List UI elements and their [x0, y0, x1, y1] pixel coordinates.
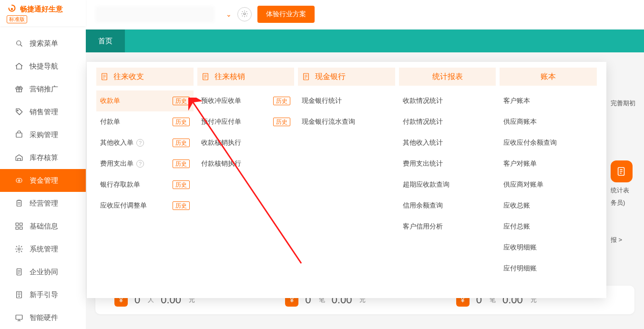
- svg-rect-11: [20, 227, 22, 229]
- mega-item[interactable]: 付款核销执行: [197, 153, 295, 174]
- mega-item[interactable]: 现金银行统计: [298, 90, 395, 111]
- mega-item[interactable]: 费用支出统计: [399, 153, 496, 174]
- logo-area: 畅捷通好生意 标准版: [0, 0, 86, 26]
- mega-item[interactable]: 供应商对账单: [500, 174, 597, 195]
- gear-icon: [14, 244, 24, 254]
- svg-rect-8: [16, 223, 18, 225]
- mega-item-label: 应收应付余额查询: [503, 139, 557, 147]
- mega-item-label: 应收总账: [503, 201, 530, 210]
- sidebar-item-guide[interactable]: 新手引导: [0, 283, 86, 306]
- document-icon: [100, 72, 109, 81]
- logo-icon: [7, 4, 17, 14]
- help-icon[interactable]: ?: [136, 160, 144, 168]
- mega-item-label: 收款单: [100, 97, 120, 105]
- mega-item-label: 现金银行统计: [302, 97, 342, 105]
- sidebar-item-collab[interactable]: 企业协同: [0, 260, 86, 283]
- mega-item[interactable]: 收款单历史: [96, 90, 194, 111]
- mega-item[interactable]: 付款情况统计: [399, 111, 496, 132]
- mega-item[interactable]: 应付明细账: [500, 258, 597, 279]
- mega-item-label: 付款情况统计: [403, 118, 443, 126]
- quick-action-icon[interactable]: [611, 160, 633, 182]
- mega-item-label: 客户账本: [503, 97, 530, 105]
- mega-item[interactable]: 应收总账: [500, 195, 597, 216]
- mega-column-header: 统计报表: [399, 68, 496, 86]
- history-tag[interactable]: 历史: [273, 97, 290, 105]
- history-tag[interactable]: 历史: [273, 118, 290, 126]
- sidebar-item-label: 资金管理: [30, 176, 58, 185]
- gear-icon: [241, 10, 248, 19]
- mega-column: 统计报表收款情况统计付款情况统计其他收入统计费用支出统计超期应收款查询信用余额查…: [399, 68, 496, 279]
- mega-item[interactable]: 收款情况统计: [399, 90, 496, 111]
- sidebar-item-business[interactable]: 经营管理: [0, 192, 86, 215]
- mega-item-label: 客户信用分析: [403, 222, 443, 231]
- mega-item[interactable]: 收款核销执行: [197, 132, 295, 153]
- sidebar-item-sales[interactable]: 销售管理: [0, 100, 86, 123]
- logo-edition: 标准版: [7, 15, 27, 23]
- mega-column: 往来核销预收冲应收单历史预付冲应付单历史收款核销执行付款核销执行: [197, 68, 295, 279]
- mega-item-label: 应收明细账: [503, 243, 537, 252]
- settings-button[interactable]: [237, 7, 252, 21]
- mega-item[interactable]: 信用余额查询: [399, 195, 496, 216]
- sidebar-item-quicknav[interactable]: 快捷导航: [0, 55, 86, 78]
- document-icon: [302, 72, 310, 81]
- mega-item[interactable]: 付款单历史: [96, 111, 194, 132]
- mega-column-header: 账本: [500, 68, 597, 86]
- mega-item[interactable]: 应收明细账: [500, 237, 597, 258]
- mega-menu-funds: 往来收支收款单历史付款单历史其他收入单?历史费用支出单?历史银行存取款单历史应收…: [87, 62, 606, 298]
- sidebar-item-label: 企业协同: [30, 268, 58, 277]
- mega-item[interactable]: 供应商账本: [500, 111, 597, 132]
- sidebar-item-search[interactable]: 搜索菜单: [0, 32, 86, 55]
- mega-item[interactable]: 银行存取款单历史: [96, 174, 194, 195]
- history-tag[interactable]: 历史: [173, 97, 190, 105]
- tab-home[interactable]: 首页: [86, 30, 125, 52]
- mega-item[interactable]: 客户信用分析: [399, 216, 496, 237]
- mega-item-label: 应付明细账: [503, 264, 537, 273]
- history-tag[interactable]: 历史: [173, 118, 190, 126]
- mega-item[interactable]: 预付冲应付单历史: [197, 111, 295, 132]
- document-icon: [201, 72, 210, 81]
- chevron-down-icon[interactable]: ⌄: [226, 10, 232, 18]
- svg-rect-5: [16, 133, 22, 137]
- svg-rect-10: [16, 227, 18, 229]
- mega-item[interactable]: 应收应付余额查询: [500, 132, 597, 153]
- sidebar-item-purchase[interactable]: 采购管理: [0, 123, 86, 146]
- doc-icon: [14, 267, 24, 277]
- header: ⌄ 体验行业方案: [86, 0, 644, 29]
- mega-item[interactable]: 费用支出单?历史: [96, 153, 194, 174]
- mega-column: 往来收支收款单历史付款单历史其他收入单?历史费用支出单?历史银行存取款单历史应收…: [96, 68, 194, 279]
- sidebar-item-basedata[interactable]: 基础信息: [0, 215, 86, 238]
- history-tag[interactable]: 历史: [173, 139, 190, 147]
- sidebar-item-label: 系统管理: [30, 245, 58, 254]
- mega-item-label: 收款情况统计: [403, 97, 443, 105]
- mega-item-label: 付款单: [100, 118, 120, 126]
- sidebar-item-inventory[interactable]: 库存核算: [0, 146, 86, 169]
- mega-item[interactable]: 其他收入统计: [399, 132, 496, 153]
- mega-item[interactable]: 应付总账: [500, 216, 597, 237]
- mega-item[interactable]: 应收应付调整单历史: [96, 195, 194, 216]
- right-hints: 完善期初 统计表 务员) 报 >: [611, 95, 644, 248]
- sidebar-item-funds[interactable]: 资金管理: [0, 169, 86, 192]
- mega-item-label: 应收应付调整单: [100, 201, 147, 210]
- hint-text: 统计表: [611, 186, 644, 195]
- history-tag[interactable]: 历史: [173, 201, 190, 210]
- grid-icon: [14, 221, 24, 231]
- sidebar-item-label: 采购管理: [30, 130, 58, 140]
- mega-header-text: 往来核销: [215, 72, 245, 82]
- industry-plan-button[interactable]: 体验行业方案: [257, 6, 315, 23]
- history-tag[interactable]: 历史: [173, 160, 190, 168]
- sidebar-item-hardware[interactable]: 智能硬件: [0, 306, 86, 329]
- help-icon[interactable]: ?: [136, 139, 144, 147]
- history-tag[interactable]: 历史: [173, 180, 190, 189]
- mega-item[interactable]: 其他收入单?历史: [96, 132, 194, 153]
- mega-item[interactable]: 现金银行流水查询: [298, 111, 395, 132]
- hint-text: 报 >: [611, 236, 644, 244]
- mega-item[interactable]: 超期应收款查询: [399, 174, 496, 195]
- company-selector[interactable]: [95, 6, 215, 22]
- sidebar-item-marketing[interactable]: 营销推广: [0, 78, 86, 100]
- mega-item[interactable]: 预收冲应收单历史: [197, 90, 295, 111]
- warehouse-icon: [14, 153, 24, 162]
- svg-point-1: [17, 41, 21, 45]
- sidebar-item-system[interactable]: 系统管理: [0, 238, 86, 260]
- mega-item[interactable]: 客户账本: [500, 90, 597, 111]
- mega-item[interactable]: 客户对账单: [500, 153, 597, 174]
